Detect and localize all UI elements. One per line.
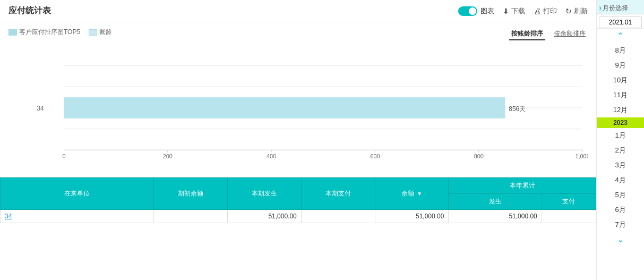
table-row: 34 51,000.00 51,000.00 51,000.00 (1, 210, 596, 223)
sidebar-year-2023[interactable]: 2023 (597, 117, 644, 128)
download-icon: ⬇ (503, 7, 509, 15)
print-button[interactable]: 🖨 打印 (534, 6, 557, 16)
sidebar-month-3[interactable]: 3月 (597, 158, 644, 173)
cell-balance: 51,000.00 (375, 210, 449, 223)
chevron-right-icon: › (599, 3, 602, 13)
sidebar-month-1[interactable]: 1月 (597, 128, 644, 143)
legend-item-2: 账龄 (89, 28, 112, 37)
cell-unit[interactable]: 34 (1, 210, 154, 223)
chart-section: 客户应付排序图TOP5 账龄 按账龄排序 按余额排序 34 (0, 22, 596, 177)
sidebar-nav: ⌃ 8月 9月 10月 11月 12月 2023 1月 2月 3月 4月 5月 … (597, 29, 644, 247)
svg-text:600: 600 (370, 153, 380, 159)
col-year-cumulative: 本年累计 (449, 178, 596, 194)
svg-text:34: 34 (37, 105, 44, 112)
sidebar-month-9[interactable]: 9月 (597, 58, 644, 73)
sidebar-month-7[interactable]: 7月 (597, 217, 644, 232)
col-balance: 余额 ▼ (375, 178, 449, 210)
page-title: 应付统计表 (8, 5, 51, 16)
col-unit: 在来单位 (1, 178, 154, 210)
sidebar-month-12[interactable]: 12月 (597, 103, 644, 117)
sort-tab-balance[interactable]: 按余额排序 (552, 28, 588, 40)
chart-toggle-wrap: 图表 (458, 6, 494, 16)
sort-tabs: 按账龄排序 按余额排序 (509, 28, 588, 40)
col-bp-pay: 本期支付 (301, 178, 375, 210)
legend-color-1 (8, 29, 17, 36)
svg-text:800: 800 (474, 153, 484, 159)
legend-item-1: 客户应付排序图TOP5 (8, 28, 80, 37)
cell-bp-pay (301, 210, 375, 223)
svg-text:400: 400 (267, 153, 276, 159)
sidebar: › 月份选择 ⌃ 8月 9月 10月 11月 12月 2023 1月 2月 3月… (596, 0, 644, 280)
table-section: 在来单位 期初余额 本期发生 本期支付 余额 ▼ 本年累计 发生 支付 (0, 177, 596, 280)
sidebar-scroll[interactable]: ⌃ 8月 9月 10月 11月 12月 2023 1月 2月 3月 4月 5月 … (597, 29, 644, 280)
svg-text:856天: 856天 (509, 105, 526, 113)
refresh-icon: ↻ (565, 7, 572, 15)
chart-legend: 客户应付排序图TOP5 账龄 (8, 28, 112, 37)
col-bp-occur: 本期发生 (227, 178, 301, 210)
sidebar-month-11[interactable]: 11月 (597, 88, 644, 103)
sidebar-month-5[interactable]: 5月 (597, 188, 644, 202)
svg-text:0: 0 (62, 153, 65, 159)
cell-year-occur: 51,000.00 (449, 210, 542, 223)
sidebar-month-4[interactable]: 4月 (597, 173, 644, 188)
cell-qc-balance (154, 210, 228, 223)
cell-year-pay (542, 210, 596, 223)
table-header-row-1: 在来单位 期初余额 本期发生 本期支付 余额 ▼ 本年累计 (1, 178, 596, 194)
sidebar-month-6[interactable]: 6月 (597, 202, 644, 217)
sidebar-month-10[interactable]: 10月 (597, 73, 644, 88)
sort-tab-age[interactable]: 按账龄排序 (509, 28, 545, 40)
chart-bar (64, 97, 505, 118)
chart-toggle[interactable] (458, 6, 477, 16)
data-table: 在来单位 期初余额 本期发生 本期支付 余额 ▼ 本年累计 发生 支付 (0, 177, 596, 223)
download-button[interactable]: ⬇ 下载 (503, 6, 525, 16)
col-year-pay: 支付 (542, 194, 596, 210)
header-actions: 图表 ⬇ 下载 🖨 打印 ↻ 刷新 (458, 6, 588, 16)
refresh-button[interactable]: ↻ 刷新 (565, 6, 588, 16)
col-year-occur: 发生 (449, 194, 542, 210)
svg-text:200: 200 (163, 153, 173, 159)
col-qc-balance: 期初余额 (154, 178, 228, 210)
chart-svg: 34 856天 (35, 44, 588, 172)
page-header: 应付统计表 图表 ⬇ 下载 🖨 打印 ↻ 刷新 (0, 0, 596, 22)
legend-color-2 (89, 29, 97, 36)
scroll-up-arrow[interactable]: ⌃ (597, 29, 644, 43)
chart-area: 34 856天 (8, 44, 588, 172)
cell-bp-occur: 51,000.00 (227, 210, 301, 223)
print-icon: 🖨 (534, 7, 541, 15)
year-input[interactable] (599, 16, 642, 28)
scroll-down-arrow[interactable]: ⌄ (597, 232, 644, 247)
sidebar-month-2[interactable]: 2月 (597, 143, 644, 158)
svg-text:1,000: 1,000 (575, 153, 588, 159)
chart-label: 图表 (480, 6, 494, 16)
sidebar-title: 月份选择 (603, 4, 628, 13)
sidebar-month-8[interactable]: 8月 (597, 43, 644, 58)
